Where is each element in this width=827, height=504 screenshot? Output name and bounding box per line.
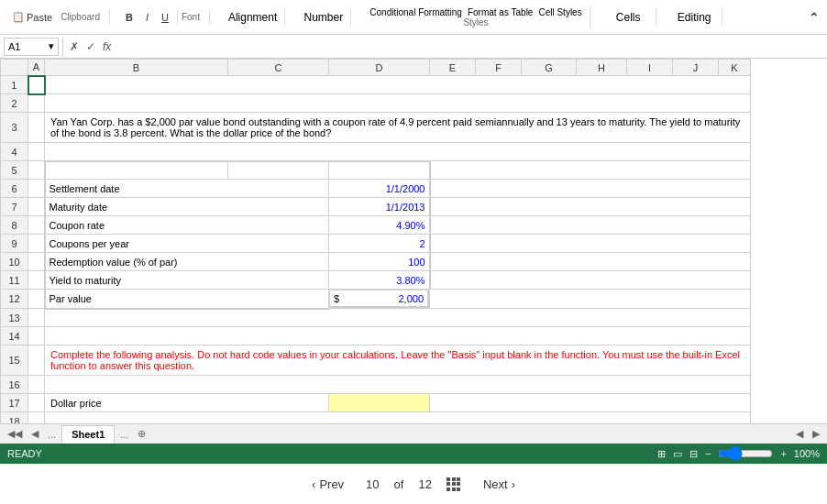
table-row: 17 Dollar price bbox=[1, 394, 751, 412]
view-page-break-icon[interactable]: ⊟ bbox=[689, 448, 698, 460]
grid-view-icon[interactable] bbox=[447, 477, 461, 492]
redemption-label: Redemption value (% of par) bbox=[50, 257, 178, 268]
cell-b5[interactable] bbox=[45, 161, 228, 180]
cell-a14[interactable] bbox=[28, 327, 45, 345]
cell-e5[interactable] bbox=[430, 161, 751, 180]
tab-ellipsis-left[interactable]: ... bbox=[44, 429, 60, 440]
cell-a12[interactable] bbox=[28, 290, 45, 309]
view-normal-icon[interactable]: ⊞ bbox=[657, 448, 666, 460]
row-num-9: 9 bbox=[1, 235, 28, 253]
cell-e17[interactable] bbox=[430, 394, 751, 412]
cell-e7[interactable] bbox=[430, 198, 751, 216]
cell-a4[interactable] bbox=[28, 143, 45, 161]
cell-reference-box[interactable]: A1 ▾ bbox=[4, 38, 59, 56]
spreadsheet[interactable]: A B C D E F G H I J K 1 bbox=[0, 59, 827, 423]
cell-a11[interactable] bbox=[28, 271, 45, 290]
prev-button[interactable]: ‹ Prev bbox=[304, 474, 351, 495]
cell-d17-input[interactable] bbox=[329, 394, 430, 412]
cell-a15[interactable] bbox=[28, 345, 45, 376]
cell-b16[interactable] bbox=[45, 376, 751, 394]
cell-b18[interactable] bbox=[45, 412, 751, 424]
table-row: 1 bbox=[1, 76, 751, 94]
maturity-value: 1/1/2013 bbox=[386, 202, 425, 213]
coupon-value: 4.90% bbox=[396, 220, 425, 231]
cell-a3[interactable] bbox=[28, 113, 45, 143]
cell-styles-label[interactable]: Cell Styles bbox=[538, 7, 581, 17]
formula-input[interactable] bbox=[117, 38, 823, 56]
add-sheet-button[interactable]: ⊕ bbox=[134, 428, 149, 440]
cell-a17[interactable] bbox=[28, 394, 45, 412]
tab-ellipsis-right[interactable]: ... bbox=[116, 429, 132, 440]
col-header-c[interactable]: C bbox=[228, 60, 329, 76]
col-header-k[interactable]: K bbox=[719, 60, 751, 76]
ribbon-collapse-icon[interactable]: ⌃ bbox=[809, 10, 820, 25]
maturity-label: Maturity date bbox=[50, 202, 108, 213]
col-header-f[interactable]: F bbox=[476, 60, 522, 76]
alignment-section: Alignment bbox=[221, 9, 285, 26]
next-button[interactable]: Next › bbox=[476, 474, 523, 495]
col-header-b[interactable]: B bbox=[45, 60, 228, 76]
cell-d5[interactable] bbox=[329, 161, 430, 180]
row-num-12: 12 bbox=[1, 290, 28, 309]
cell-a2[interactable] bbox=[28, 94, 45, 113]
zoom-slider[interactable] bbox=[718, 446, 773, 461]
cell-b3-text: Yan Yan Corp. has a $2,000 par value bon… bbox=[45, 113, 751, 143]
bold-button[interactable]: B bbox=[121, 10, 138, 25]
cell-a9[interactable] bbox=[28, 235, 45, 253]
col-header-i[interactable]: I bbox=[627, 60, 673, 76]
paste-button[interactable]: 📋 Paste bbox=[7, 9, 57, 25]
cell-e6[interactable] bbox=[430, 180, 751, 198]
col-header-h[interactable]: H bbox=[577, 60, 627, 76]
cell-a16[interactable] bbox=[28, 376, 45, 394]
cell-e10[interactable] bbox=[430, 253, 751, 271]
fx-icon[interactable]: fx bbox=[100, 40, 114, 53]
cell-b13[interactable] bbox=[45, 309, 751, 327]
row-num-18: 18 bbox=[1, 412, 28, 424]
cell-b1[interactable] bbox=[45, 76, 751, 94]
cell-e11[interactable] bbox=[430, 271, 751, 290]
page-total: 12 bbox=[418, 477, 431, 491]
scroll-left-button[interactable]: ◀ bbox=[792, 428, 807, 440]
tab-first-button[interactable]: ◀◀ bbox=[4, 428, 26, 440]
cell-a1[interactable] bbox=[28, 76, 45, 94]
scroll-right-button[interactable]: ▶ bbox=[809, 428, 823, 440]
format-as-table-label[interactable]: Format as Table bbox=[468, 7, 534, 17]
cell-b4[interactable] bbox=[45, 143, 751, 161]
sheet-tab-sheet1[interactable]: Sheet1 bbox=[61, 425, 115, 444]
cell-a13[interactable] bbox=[28, 309, 45, 327]
horizontal-scroll-area[interactable] bbox=[151, 430, 790, 439]
conditional-formatting-label[interactable]: Conditional Formatting bbox=[369, 7, 462, 17]
cell-a18[interactable] bbox=[28, 412, 45, 424]
col-header-d[interactable]: D bbox=[329, 60, 430, 76]
cell-a7[interactable] bbox=[28, 198, 45, 216]
col-header-e[interactable]: E bbox=[430, 60, 476, 76]
cell-b14[interactable] bbox=[45, 327, 751, 345]
underline-button[interactable]: U bbox=[157, 10, 173, 25]
tab-prev-button[interactable]: ◀ bbox=[28, 428, 42, 440]
cell-e12[interactable] bbox=[430, 290, 751, 309]
dropdown-arrow[interactable]: ▾ bbox=[49, 40, 54, 52]
cell-a6[interactable] bbox=[28, 180, 45, 198]
table-row: 18 bbox=[1, 412, 751, 424]
cell-c5[interactable] bbox=[228, 161, 329, 180]
table-row: 2 bbox=[1, 94, 751, 113]
italic-button[interactable]: I bbox=[141, 10, 153, 25]
col-header-a[interactable]: A bbox=[28, 60, 45, 76]
col-header-j[interactable]: J bbox=[673, 60, 719, 76]
zoom-minus-icon[interactable]: − bbox=[705, 448, 711, 459]
cell-a5[interactable] bbox=[28, 161, 45, 180]
cell-e9[interactable] bbox=[430, 235, 751, 253]
status-ready: READY bbox=[7, 448, 42, 459]
view-page-layout-icon[interactable]: ▭ bbox=[673, 448, 682, 460]
cell-b2[interactable] bbox=[45, 94, 751, 113]
col-header-g[interactable]: G bbox=[522, 60, 577, 76]
row-num-8: 8 bbox=[1, 216, 28, 235]
paste-icon: 📋 bbox=[12, 11, 25, 23]
cell-a10[interactable] bbox=[28, 253, 45, 271]
zoom-plus-icon[interactable]: + bbox=[780, 448, 786, 459]
cell-a8[interactable] bbox=[28, 216, 45, 235]
confirm-icon[interactable]: ✓ bbox=[83, 40, 98, 53]
cell-e8[interactable] bbox=[430, 216, 751, 235]
table-row: 15 Complete the following analysis. Do n… bbox=[1, 345, 751, 376]
cancel-icon[interactable]: ✗ bbox=[67, 40, 82, 53]
